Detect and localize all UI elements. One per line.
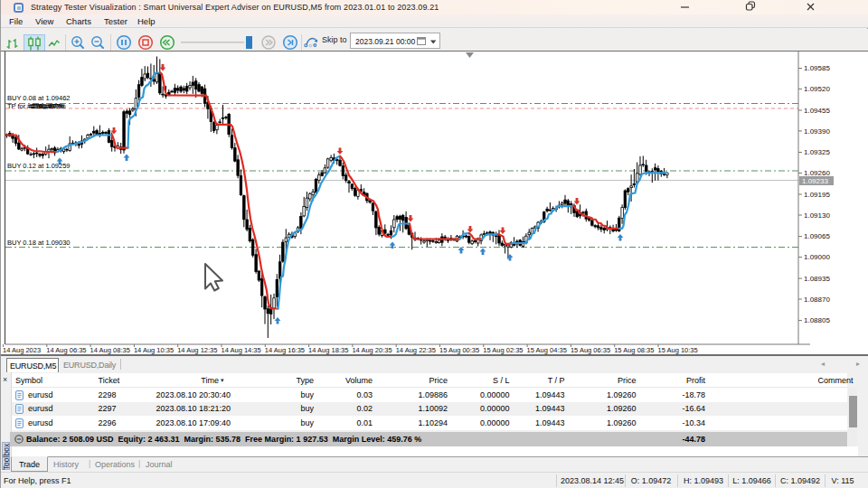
- svg-text:BUY 0.08 at 1.09462: BUY 0.08 at 1.09462: [7, 94, 71, 102]
- svg-text:1.08935: 1.08935: [804, 275, 830, 283]
- svg-text:1.08870: 1.08870: [804, 296, 830, 304]
- svg-text:15 Aug 06:35: 15 Aug 06:35: [571, 346, 610, 354]
- svg-text:BUY 0.12 at 1.09259: BUY 0.12 at 1.09259: [7, 162, 71, 170]
- svg-text:1.09390: 1.09390: [804, 127, 830, 136]
- svg-text:1.09000: 1.09000: [804, 253, 830, 261]
- svg-text:15 Aug 10:35: 15 Aug 10:35: [658, 346, 698, 354]
- svg-text:15 Aug 00:35: 15 Aug 00:35: [439, 346, 479, 354]
- svg-text:14 Aug 10:35: 14 Aug 10:35: [134, 346, 174, 354]
- svg-text:1.09455: 1.09455: [804, 107, 830, 115]
- svg-text:1.09233: 1.09233: [802, 177, 828, 185]
- svg-text:1.09195: 1.09195: [804, 191, 830, 199]
- svg-text:14 Aug 20:35: 14 Aug 20:35: [352, 346, 392, 354]
- svg-text:14 Aug 2023: 14 Aug 2023: [3, 346, 41, 354]
- svg-text:TP for: TP for: [7, 102, 26, 110]
- svg-text:14 Aug 22:35: 14 Aug 22:35: [396, 346, 436, 354]
- svg-text:14 Aug 06:35: 14 Aug 06:35: [46, 346, 86, 354]
- svg-text:15 Aug 04:35: 15 Aug 04:35: [527, 346, 567, 354]
- svg-text:1.08805: 1.08805: [804, 316, 830, 324]
- svg-text:14 Aug 18:35: 14 Aug 18:35: [308, 346, 348, 354]
- svg-text:1.09260: 1.09260: [804, 169, 830, 177]
- svg-text:BUY 0.18 at 1.09030: BUY 0.18 at 1.09030: [7, 239, 71, 247]
- svg-text:14 Aug 08:35: 14 Aug 08:35: [90, 346, 130, 354]
- svg-text:15 Aug 08:35: 15 Aug 08:35: [614, 346, 654, 354]
- svg-text:14 Aug 14:35: 14 Aug 14:35: [222, 346, 261, 354]
- svg-text:1.09520: 1.09520: [804, 85, 830, 93]
- svg-text:1.09065: 1.09065: [804, 232, 830, 240]
- svg-text:1.09130: 1.09130: [804, 211, 830, 220]
- svg-text:1.09325: 1.09325: [804, 148, 830, 156]
- svg-text:15 Aug 02:35: 15 Aug 02:35: [483, 346, 523, 354]
- svg-text:14 Aug 16:35: 14 Aug 16:35: [265, 346, 305, 354]
- svg-text:1.09585: 1.09585: [804, 64, 830, 72]
- svg-text:#296,#97%: #296,#97%: [32, 102, 66, 110]
- svg-text:14 Aug 12:35: 14 Aug 12:35: [177, 346, 217, 354]
